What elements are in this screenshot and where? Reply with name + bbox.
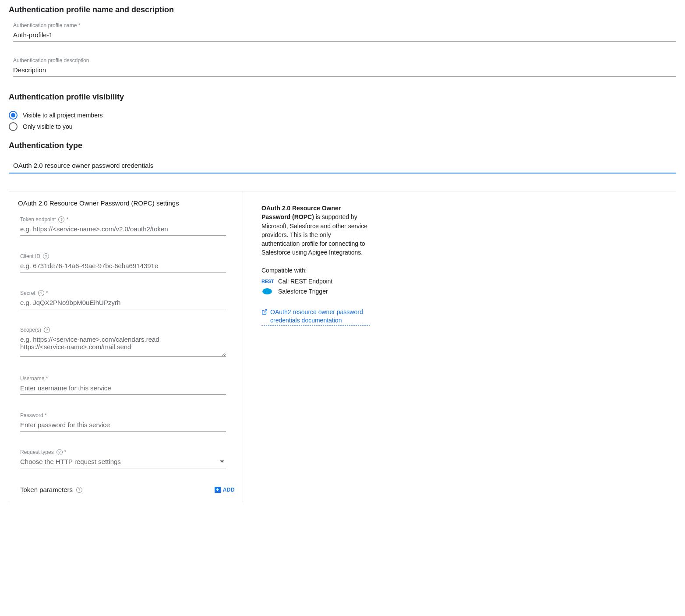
compat-item-rest: Call REST Endpoint: [278, 278, 332, 285]
radio-visible-you-label: Only visible to you: [23, 123, 73, 130]
help-icon[interactable]: ?: [56, 449, 63, 455]
ropc-panel-title: OAuth 2.0 Resource Owner Password (ROPC)…: [18, 199, 234, 207]
rest-icon: REST: [261, 279, 273, 284]
client-id-label: Client ID: [20, 253, 40, 259]
auth-type-select[interactable]: OAuth 2.0 resource owner password creden…: [9, 158, 676, 173]
add-button-label: ADD: [223, 487, 235, 493]
username-label: Username *: [20, 375, 48, 382]
request-types-placeholder: Choose the HTTP request settings: [20, 458, 121, 465]
help-icon[interactable]: ?: [43, 253, 49, 259]
section-title-auth-type: Authentication type: [9, 141, 676, 150]
token-endpoint-input[interactable]: [20, 223, 226, 236]
help-icon[interactable]: ?: [76, 487, 82, 493]
request-types-select[interactable]: Choose the HTTP request settings: [20, 456, 226, 468]
section-title-visibility: Authentication profile visibility: [9, 92, 676, 102]
svg-point-0: [262, 288, 272, 294]
compat-item-salesforce: Salesforce Trigger: [278, 288, 328, 295]
password-label: Password *: [20, 412, 47, 418]
profile-name-input[interactable]: [13, 29, 676, 42]
client-id-input[interactable]: [20, 260, 226, 273]
token-params-label: Token parameters: [20, 486, 73, 493]
info-text: OAuth 2.0 Resource Owner Password (ROPC)…: [261, 204, 370, 257]
compatible-with-label: Compatible with:: [261, 267, 370, 274]
salesforce-icon: [261, 287, 273, 295]
help-icon[interactable]: ?: [44, 327, 50, 333]
doc-link-text: OAuth2 resource owner password credentia…: [270, 308, 370, 325]
password-input[interactable]: [20, 419, 226, 432]
radio-visible-all-label: Visible to all project members: [23, 112, 103, 119]
secret-input[interactable]: [20, 297, 226, 309]
request-types-label: Request types: [20, 449, 54, 455]
chevron-down-icon: [220, 460, 224, 463]
radio-visible-all[interactable]: [9, 111, 18, 120]
profile-desc-label: Authentication profile description: [13, 57, 676, 64]
profile-desc-input[interactable]: [13, 64, 676, 77]
profile-name-label: Authentication profile name *: [13, 22, 676, 28]
token-endpoint-label: Token endpoint: [20, 216, 56, 223]
help-icon[interactable]: ?: [58, 216, 64, 223]
section-title-name-desc: Authentication profile name and descript…: [9, 5, 676, 14]
scopes-label: Scope(s): [20, 327, 41, 333]
secret-label: Secret: [20, 290, 35, 296]
scopes-input[interactable]: [20, 334, 226, 357]
add-token-param-button[interactable]: + ADD: [215, 487, 235, 493]
svg-line-1: [264, 310, 267, 312]
username-input[interactable]: [20, 382, 226, 395]
radio-visible-you[interactable]: [9, 122, 18, 131]
plus-icon: +: [215, 487, 221, 493]
doc-link[interactable]: OAuth2 resource owner password credentia…: [261, 308, 370, 326]
help-icon[interactable]: ?: [38, 290, 44, 296]
external-link-icon: [261, 309, 268, 318]
